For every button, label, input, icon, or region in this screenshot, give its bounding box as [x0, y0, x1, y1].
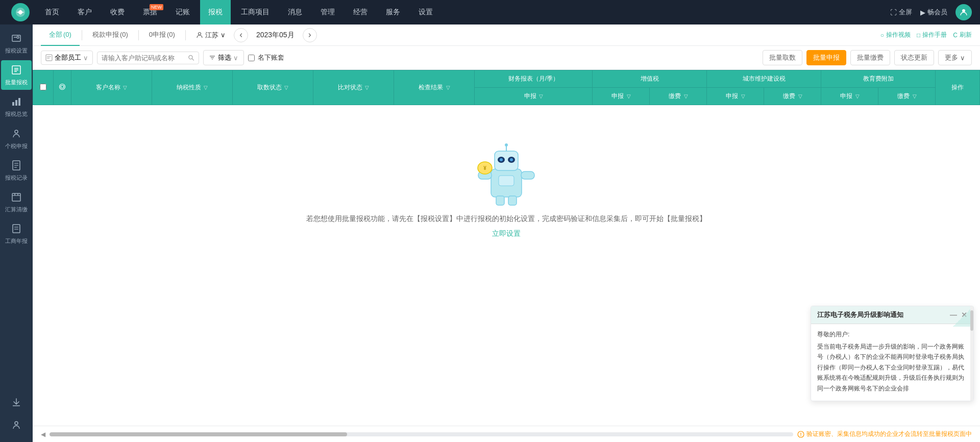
manual-icon: □ [917, 32, 920, 39]
nav-service[interactable]: 服务 [378, 0, 408, 24]
nav-operation[interactable]: 经营 [345, 0, 376, 24]
select-all-checkbox[interactable] [40, 84, 46, 90]
svg-rect-48 [499, 176, 514, 186]
svg-point-24 [15, 422, 18, 425]
empty-message: 若您想使用批量报税功能，请先在【报税设置】中进行报税的初始化设置，完成密码验证和… [306, 212, 706, 225]
sidebar-item-annual-settlement[interactable]: 汇算清缴 [1, 187, 32, 217]
new-badge: NEW [150, 4, 163, 10]
operation-video-button[interactable]: ○ 操作视频 [880, 31, 911, 39]
account-checkbox-label[interactable]: 名下账套 [248, 53, 284, 62]
sort-icon-fin-declare[interactable]: ▽ [539, 93, 543, 99]
sidebar-bottom [7, 393, 26, 442]
search-input[interactable] [102, 54, 186, 62]
sort-icon-edu-pay[interactable]: ▽ [913, 93, 917, 99]
tax-overview-icon [11, 96, 22, 109]
download-button[interactable] [7, 393, 26, 411]
empty-state: ¥ 若您想使用批量报税功能，请先在【报税设置】中进行报税的初始化设置，完成密码验… [33, 105, 980, 269]
sort-icon-tax-nature[interactable]: ▽ [204, 85, 208, 90]
notification-title: 江苏电子税务局升级影响通知 [817, 310, 903, 320]
sidebar-item-tax-records[interactable]: 报税记录 [1, 156, 32, 185]
tax-settings-icon [11, 33, 22, 45]
sort-icon-city-pay[interactable]: ▽ [798, 93, 802, 99]
batch-fetch-button[interactable]: 批量取数 [763, 50, 802, 65]
th-settings[interactable] [54, 70, 71, 105]
tab-zero-declaration[interactable]: 0申报 (0) [141, 24, 183, 46]
sort-icon-city-declare[interactable]: ▽ [741, 93, 745, 99]
nav-fee[interactable]: 收费 [102, 0, 133, 24]
svg-rect-9 [15, 100, 17, 106]
user-avatar[interactable] [955, 4, 972, 20]
nav-client[interactable]: 客户 [69, 0, 100, 24]
refresh-icon: C [953, 32, 958, 39]
svg-point-29 [189, 55, 192, 59]
th-city-declare: 申报 ▽ [707, 88, 764, 105]
th-check-result: 检查结果 ▽ [394, 70, 475, 105]
tax-records-icon [11, 160, 22, 173]
sidebar-item-batch-tax[interactable]: 批量报税 [1, 60, 32, 90]
horizontal-scrollbar[interactable] [50, 432, 793, 436]
app-logo[interactable] [8, 0, 33, 24]
th-checkbox[interactable] [33, 70, 54, 105]
user-profile-button[interactable] [7, 415, 26, 434]
th-financial-declare: 申报 ▽ [475, 88, 593, 105]
th-vat: 增值税 [593, 70, 707, 88]
next-month-button[interactable] [303, 28, 317, 42]
employee-select[interactable]: 全部员工 ∨ [41, 51, 93, 65]
video-icon: ○ [880, 32, 884, 39]
sidebar-item-tax-overview[interactable]: 报税总览 [1, 92, 32, 121]
sidebar-item-tax-settings[interactable]: 报税设置 [1, 29, 32, 58]
svg-rect-46 [496, 196, 504, 205]
robot-illustration: ¥ [473, 136, 540, 212]
nav-manage[interactable]: 管理 [312, 0, 343, 24]
operation-manual-button[interactable]: □ 操作手册 [917, 31, 947, 39]
nav-bookkeeping[interactable]: 记账 [167, 0, 198, 24]
refresh-button[interactable]: C 刷新 [953, 31, 972, 39]
tab-divider-3 [185, 30, 186, 40]
sidebar-label-batch-tax: 批量报税 [5, 79, 28, 86]
setup-link[interactable]: 立即设置 [492, 229, 521, 238]
sort-icon-compare-status[interactable]: ▽ [365, 85, 369, 90]
sort-icon-edu-declare[interactable]: ▽ [855, 93, 860, 99]
sort-icon-check-result[interactable]: ▽ [446, 85, 450, 90]
sidebar-item-personal-tax[interactable]: 个税申报 [1, 124, 32, 154]
tab-tax-declaration[interactable]: 税款申报 (0) [84, 24, 136, 46]
status-update-button[interactable]: 状态更新 [894, 50, 934, 65]
filter-icon [209, 54, 216, 61]
th-operations: 操作 [936, 70, 980, 105]
nav-home[interactable]: 首页 [37, 0, 67, 24]
sidebar-item-annual-report[interactable]: 工商年报 [1, 219, 32, 249]
filter-button[interactable]: 筛选 ∨ [203, 50, 244, 65]
th-fetch-status: 取数状态 ▽ [233, 70, 313, 105]
more-button[interactable]: 更多 ∨ [938, 50, 972, 65]
nav-business[interactable]: 工商项目 [233, 0, 278, 24]
account-checkbox[interactable] [248, 55, 255, 61]
nav-settings[interactable]: 设置 [410, 0, 441, 24]
notification-body-text: 受当前电子税务局进一步升级的影响，同一个政务网账号（办税人）名下的企业不能再同时… [817, 341, 967, 394]
month-display: 2023年05月 [248, 31, 303, 40]
batch-declare-button[interactable]: 批量申报 [806, 50, 846, 65]
svg-rect-20 [13, 225, 20, 233]
batch-pay-button[interactable]: 批量缴费 [850, 50, 890, 65]
nav-tax[interactable]: 报税 [200, 0, 231, 24]
sidebar-label-tax-records: 报税记录 [5, 175, 28, 181]
svg-point-43 [505, 143, 508, 146]
svg-rect-10 [18, 98, 20, 106]
annual-report-icon [11, 223, 22, 236]
svg-line-30 [192, 59, 194, 61]
sort-icon-fetch-status[interactable]: ▽ [284, 85, 288, 90]
tab-bar-right: ○ 操作视频 □ 操作手册 C 刷新 [880, 31, 972, 39]
svg-point-40 [500, 158, 503, 161]
fullscreen-button[interactable]: ⛶ 全屏 [890, 8, 912, 17]
tab-all[interactable]: 全部 (0) [41, 24, 80, 46]
notification-scrollbar[interactable] [970, 306, 973, 401]
prev-month-button[interactable] [234, 28, 248, 42]
sort-icon-client[interactable]: ▽ [123, 85, 127, 90]
sort-icon-vat-pay[interactable]: ▽ [684, 93, 688, 99]
nav-message[interactable]: 消息 [280, 0, 310, 24]
region-selector[interactable]: 江苏 ∨ [188, 31, 234, 40]
warning-icon [797, 431, 804, 438]
vip-button[interactable]: ▶ 畅会员 [920, 8, 947, 17]
nav-invoice[interactable]: 票据 NEW [135, 0, 165, 24]
sort-icon-vat-declare[interactable]: ▽ [627, 93, 631, 99]
nav-right: ⛶ 全屏 ▶ 畅会员 [890, 4, 972, 20]
